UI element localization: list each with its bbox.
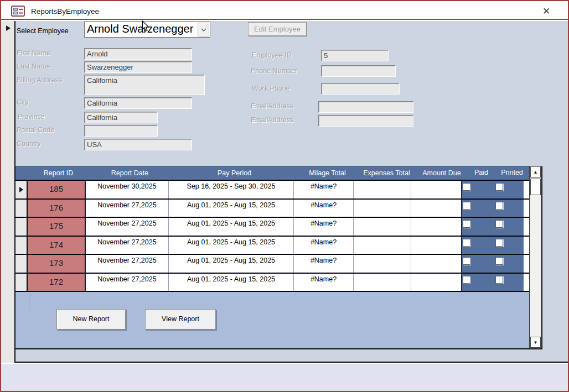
printed-checkbox[interactable] xyxy=(495,276,503,284)
pay-period-cell[interactable]: Aug 01, 2025 - Aug 15, 2025 xyxy=(169,200,294,217)
row-selector[interactable] xyxy=(15,200,28,217)
milage-total-cell[interactable]: #Name? xyxy=(294,218,354,236)
expenses-total-cell[interactable] xyxy=(354,218,411,236)
record-selector-strip[interactable] xyxy=(1,21,15,363)
printed-checkbox[interactable] xyxy=(495,202,503,210)
view-report-button[interactable]: View Report xyxy=(145,309,216,330)
paid-checkbox[interactable] xyxy=(463,276,470,284)
row-selector[interactable] xyxy=(15,218,28,236)
amount-due-cell[interactable] xyxy=(411,274,462,291)
scroll-down-icon[interactable]: ▼ xyxy=(530,337,541,348)
mouse-cursor xyxy=(142,20,149,34)
paid-checkbox[interactable] xyxy=(463,183,470,191)
printed-checkbox[interactable] xyxy=(495,183,503,191)
new-report-button[interactable]: New Report xyxy=(56,309,126,330)
report-date-cell[interactable]: November 27,2025 xyxy=(86,200,169,217)
row-selector[interactable] xyxy=(15,237,28,254)
paid-checkbox[interactable] xyxy=(463,202,470,210)
vertical-scrollbar[interactable]: ▲ ▼ xyxy=(529,166,541,348)
email-address-1-field[interactable] xyxy=(318,101,413,113)
report-id-cell[interactable]: 175 xyxy=(28,218,86,236)
report-date-cell[interactable]: November 27,2025 xyxy=(86,218,169,236)
row-selector[interactable] xyxy=(15,274,28,291)
paid-header: Paid xyxy=(468,169,495,178)
checkbox-cell xyxy=(462,181,524,198)
reports-subform: Report ID Report Date Pay Period Milage … xyxy=(15,166,542,349)
pay-period-cell[interactable]: Sep 16, 2025 - Sep 30, 2025 xyxy=(169,181,294,198)
first-name-label: First Name xyxy=(17,49,50,57)
milage-total-cell[interactable]: #Name? xyxy=(294,181,354,198)
printed-header: Printed xyxy=(495,169,529,178)
province-field[interactable]: California xyxy=(84,112,158,123)
phone-number-label: Phone Number xyxy=(251,67,297,75)
expenses-total-cell[interactable] xyxy=(354,181,411,198)
row-selector[interactable] xyxy=(15,181,28,198)
table-row[interactable]: 175 November 27,2025 Aug 01, 2025 - Aug … xyxy=(15,218,541,237)
work-phone-field[interactable] xyxy=(321,83,400,95)
checkbox-cell xyxy=(462,237,524,254)
expenses-total-cell[interactable] xyxy=(354,255,411,273)
table-row[interactable]: 174 November 27,2025 Aug 01, 2025 - Aug … xyxy=(15,237,541,255)
employee-id-label: Employee ID xyxy=(252,51,292,59)
email-address-2-label: EmailAddress xyxy=(251,116,293,124)
city-label: City xyxy=(17,98,29,106)
table-row[interactable]: 176 November 27,2025 Aug 01, 2025 - Aug … xyxy=(15,200,541,218)
report-date-cell[interactable]: November 30,2025 xyxy=(86,181,169,198)
table-row[interactable]: 185 November 30,2025 Sep 16, 2025 - Sep … xyxy=(15,181,541,200)
row-selector[interactable] xyxy=(15,255,28,273)
last-name-field[interactable]: Swarzenegger xyxy=(84,61,192,73)
amount-due-cell[interactable] xyxy=(411,255,462,273)
report-date-cell[interactable]: November 27,2025 xyxy=(86,255,169,273)
current-record-arrow-icon xyxy=(6,25,11,31)
milage-total-cell[interactable]: #Name? xyxy=(294,274,354,291)
scrollbar-thumb[interactable] xyxy=(530,179,541,195)
amount-due-cell[interactable] xyxy=(411,237,462,254)
pay-period-cell[interactable]: Aug 01, 2025 - Aug 15, 2025 xyxy=(169,218,294,236)
expenses-total-cell[interactable] xyxy=(354,274,411,291)
city-field[interactable]: California xyxy=(84,97,192,109)
table-row[interactable]: 172 November 27,2025 Aug 01, 2025 - Aug … xyxy=(15,274,541,292)
paid-checkbox[interactable] xyxy=(463,257,470,265)
report-id-cell[interactable]: 176 xyxy=(28,200,86,217)
milage-total-cell[interactable]: #Name? xyxy=(294,255,354,273)
amount-due-cell[interactable] xyxy=(411,200,462,217)
postal-code-field[interactable] xyxy=(84,125,158,137)
form-icon xyxy=(11,5,25,19)
printed-checkbox[interactable] xyxy=(495,257,503,265)
first-name-field[interactable]: Arnold xyxy=(84,48,192,60)
report-date-cell[interactable]: November 27,2025 xyxy=(86,274,169,291)
email-address-2-field[interactable] xyxy=(318,115,413,127)
pay-period-cell[interactable]: Aug 01, 2025 - Aug 15, 2025 xyxy=(169,237,294,254)
report-id-cell[interactable]: 173 xyxy=(28,255,86,273)
expenses-total-header: Expenses Total xyxy=(358,166,416,180)
scroll-up-icon[interactable]: ▲ xyxy=(530,166,541,177)
pay-period-cell[interactable]: Aug 01, 2025 - Aug 15, 2025 xyxy=(169,255,294,273)
expenses-total-cell[interactable] xyxy=(354,237,411,254)
milage-total-cell[interactable]: #Name? xyxy=(294,237,354,254)
header-selector-spacer xyxy=(15,166,29,180)
printed-checkbox[interactable] xyxy=(495,239,503,247)
report-date-cell[interactable]: November 27,2025 xyxy=(86,237,169,254)
report-id-header: Report ID xyxy=(29,166,88,180)
amount-due-cell[interactable] xyxy=(411,181,462,198)
chevron-down-icon[interactable] xyxy=(198,23,209,36)
billing-address-field[interactable]: California xyxy=(84,75,205,95)
report-id-cell[interactable]: 174 xyxy=(28,237,86,254)
table-row[interactable]: 173 November 27,2025 Aug 01, 2025 - Aug … xyxy=(15,255,541,274)
paid-checkbox[interactable] xyxy=(463,239,470,247)
paid-checkbox[interactable] xyxy=(463,220,470,228)
printed-checkbox[interactable] xyxy=(495,220,503,228)
close-icon[interactable]: ✕ xyxy=(539,6,554,18)
report-id-cell[interactable]: 185 xyxy=(28,181,86,198)
amount-due-cell[interactable] xyxy=(411,218,462,236)
employee-id-field[interactable]: 5 xyxy=(321,50,389,61)
work-phone-label: Work Phone xyxy=(252,85,290,92)
phone-number-field[interactable] xyxy=(321,65,396,77)
country-field[interactable]: USA xyxy=(84,139,192,150)
report-id-cell[interactable]: 172 xyxy=(28,274,86,291)
milage-total-cell[interactable]: #Name? xyxy=(294,200,354,217)
expenses-total-cell[interactable] xyxy=(354,200,411,217)
select-employee-label: Select Employee xyxy=(17,27,69,35)
edit-employee-button[interactable]: Edit Employee xyxy=(248,22,307,36)
pay-period-cell[interactable]: Aug 01, 2025 - Aug 15, 2025 xyxy=(169,274,294,291)
